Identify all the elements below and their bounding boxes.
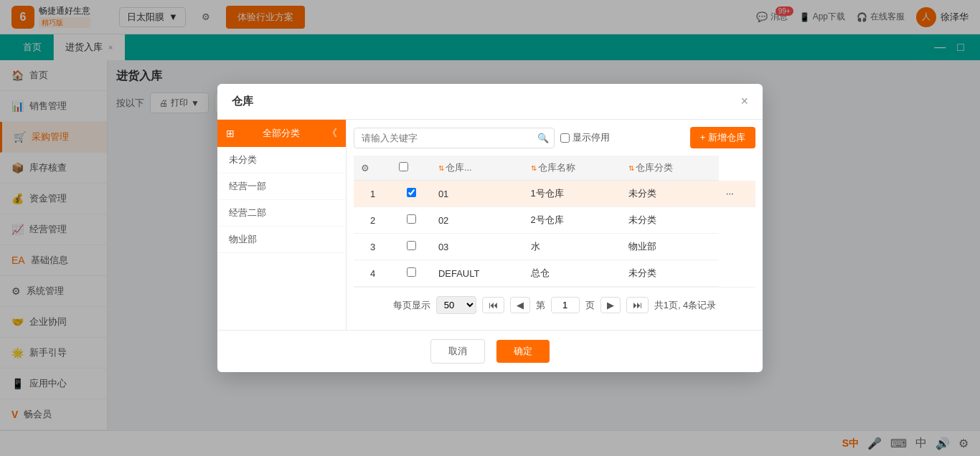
- next-page-btn[interactable]: ▶: [600, 297, 621, 313]
- category-item-ops2[interactable]: 经营二部: [217, 200, 346, 227]
- search-input[interactable]: [354, 128, 555, 148]
- select-all-checkbox[interactable]: [399, 162, 408, 171]
- row-name-1: 2号仓库: [524, 207, 621, 234]
- sort-icon-category: ⇅: [628, 164, 634, 172]
- pagination: 每页显示 50 100 200 ⏮ ◀ 第 页 ▶ ⏭ 共1页, 4条记录: [354, 287, 755, 323]
- category-item-ops1[interactable]: 经营一部: [217, 174, 346, 200]
- table-row[interactable]: 3 03 水 物业部: [354, 234, 755, 260]
- table-panel: 🔍 显示停用 + 新增仓库 ⚙ ⇅仓库...: [347, 120, 763, 330]
- category-list: 未分类 经营一部 经营二部 物业部: [217, 147, 346, 330]
- row-category-2: 物业部: [621, 234, 719, 260]
- first-page-btn[interactable]: ⏮: [482, 297, 504, 313]
- cancel-btn[interactable]: 取消: [430, 339, 485, 364]
- row-code-0: 01: [431, 181, 524, 207]
- col-settings[interactable]: ⚙: [354, 156, 392, 181]
- row-name-0: 1号仓库: [524, 181, 621, 207]
- row-actions-0[interactable]: ···: [719, 181, 755, 207]
- sort-icon-name: ⇅: [531, 164, 537, 172]
- row-num-1: 2: [354, 207, 392, 234]
- col-name[interactable]: ⇅仓库名称: [524, 156, 621, 181]
- category-item-unclassified[interactable]: 未分类: [217, 147, 346, 174]
- row-checkbox-cell-2: [392, 234, 431, 260]
- page-input[interactable]: [551, 297, 580, 313]
- table-row[interactable]: 4 DEFAULT 总仓 未分类: [354, 260, 755, 287]
- table-row[interactable]: 1 01 1号仓库 未分类 ···: [354, 181, 755, 207]
- row-code-3: DEFAULT: [431, 260, 524, 287]
- sort-icon-code: ⇅: [438, 164, 444, 172]
- row-checkbox-2[interactable]: [407, 241, 416, 250]
- row-checkbox-cell-3: [392, 260, 431, 287]
- row-code-2: 03: [431, 234, 524, 260]
- col-code[interactable]: ⇅仓库...: [431, 156, 524, 181]
- col-checkbox: [392, 156, 431, 181]
- row-name-2: 水: [524, 234, 621, 260]
- collapse-btn[interactable]: 《: [327, 127, 337, 140]
- search-input-wrap: 🔍: [354, 128, 555, 148]
- category-header[interactable]: ⊞ 全部分类 《: [217, 120, 346, 147]
- modal-close-btn[interactable]: ×: [740, 94, 748, 109]
- modal-body: ⊞ 全部分类 《 未分类 经营一部 经营二部 物业部 🔍: [217, 120, 763, 330]
- confirm-btn[interactable]: 确定: [496, 340, 550, 363]
- category-grid-icon: ⊞: [226, 128, 235, 139]
- row-checkbox-3[interactable]: [407, 267, 416, 277]
- category-item-property[interactable]: 物业部: [217, 227, 346, 253]
- row-checkbox-0[interactable]: [407, 188, 416, 197]
- row-category-3: 未分类: [621, 260, 719, 287]
- modal-header: 仓库 ×: [217, 84, 763, 120]
- prev-page-btn[interactable]: ◀: [510, 297, 530, 313]
- search-icon[interactable]: 🔍: [537, 133, 549, 143]
- row-checkbox-1[interactable]: [407, 214, 416, 224]
- row-num-2: 3: [354, 234, 392, 260]
- modal-title: 仓库: [232, 95, 253, 108]
- modal-overlay: 仓库 × ⊞ 全部分类 《 未分类 经营一部 经营二部 物业部: [0, 0, 980, 456]
- row-category-0: 未分类: [621, 181, 719, 207]
- warehouse-table: ⚙ ⇅仓库... ⇅仓库名称 ⇅仓库分类 1 01 1号仓库 未分类 ··· 2: [354, 156, 755, 287]
- show-disabled-label[interactable]: 显示停用: [560, 131, 610, 144]
- table-row[interactable]: 2 02 2号仓库 未分类: [354, 207, 755, 234]
- page-size-select[interactable]: 50 100 200: [436, 296, 476, 314]
- col-category[interactable]: ⇅仓库分类: [621, 156, 719, 181]
- row-code-1: 02: [431, 207, 524, 234]
- add-warehouse-btn[interactable]: + 新增仓库: [690, 127, 755, 148]
- row-checkbox-cell-1: [392, 207, 431, 234]
- row-num-3: 4: [354, 260, 392, 287]
- row-num-0: 1: [354, 181, 392, 207]
- row-category-1: 未分类: [621, 207, 719, 234]
- category-panel: ⊞ 全部分类 《 未分类 经营一部 经营二部 物业部: [217, 120, 347, 330]
- modal-footer: 取消 确定: [217, 330, 763, 372]
- row-name-3: 总仓: [524, 260, 621, 287]
- last-page-btn[interactable]: ⏭: [626, 297, 649, 313]
- warehouse-modal: 仓库 × ⊞ 全部分类 《 未分类 经营一部 经营二部 物业部: [217, 84, 763, 372]
- row-checkbox-cell-0: [392, 181, 431, 207]
- search-bar: 🔍 显示停用 + 新增仓库: [354, 127, 755, 148]
- show-disabled-checkbox[interactable]: [560, 133, 570, 143]
